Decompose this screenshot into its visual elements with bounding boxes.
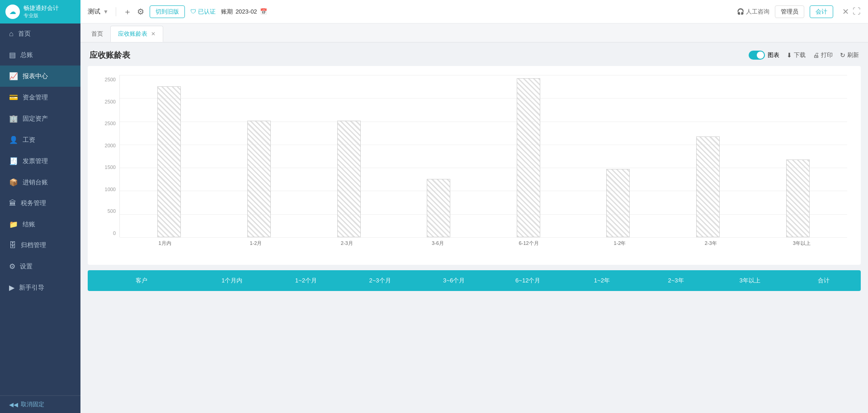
chart-grid <box>119 75 847 237</box>
tab-home[interactable]: 首页 <box>84 26 110 42</box>
period-label: 账期 <box>221 8 233 16</box>
sidebar-item-label: 进销台账 <box>23 178 48 187</box>
bar-6-12month <box>517 78 540 237</box>
gear-icon: ⚙ <box>137 7 144 17</box>
sidebar-item-fixed-assets[interactable]: 🏢 固定资产 <box>0 108 80 129</box>
bar-2-3year <box>696 136 720 237</box>
close-window-button[interactable]: ✕ <box>842 7 849 17</box>
tab-ar-aging[interactable]: 应收账龄表 ✕ <box>110 26 163 42</box>
consult-label: 人工咨询 <box>746 8 769 16</box>
toggle-switch[interactable] <box>749 51 765 60</box>
sidebar-item-tax[interactable]: 🏛 税务管理 <box>0 193 80 214</box>
bar-group-2-3year <box>663 75 753 237</box>
period-value: 2023-02 <box>236 8 257 15</box>
bar-group-3plus-year <box>753 75 843 237</box>
th-1-2month: 1~2个月 <box>269 270 343 291</box>
sidebar-item-fund[interactable]: 💳 资金管理 <box>0 87 80 108</box>
print-button[interactable]: 🖨 打印 <box>813 51 833 59</box>
refresh-button[interactable]: ↻ 刷新 <box>840 51 859 59</box>
refresh-icon: ↻ <box>840 52 845 59</box>
sidebar-item-settings[interactable]: ⚙ 设置 <box>0 256 80 277</box>
sidebar-item-archive[interactable]: 🗄 归档管理 <box>0 235 80 256</box>
bar-1-2year <box>606 169 630 237</box>
y-label-0: 0 <box>113 230 116 236</box>
sidebar-item-label: 发票管理 <box>23 157 48 165</box>
manager-button[interactable]: 管理员 <box>775 5 804 18</box>
unpin-icon: ◀◀ <box>9 401 18 408</box>
sidebar-item-reports[interactable]: 📈 报表中心 <box>0 66 80 87</box>
topbar-right: 🎧 人工咨询 管理员 会计 ✕ ⛶ <box>737 5 861 18</box>
th-3-6month: 3~6个月 <box>417 270 491 291</box>
grid-line-bottom <box>120 237 847 238</box>
download-label: 下载 <box>794 51 806 59</box>
sidebar-item-home[interactable]: ⌂ 首页 <box>0 23 80 44</box>
payroll-icon: 👤 <box>9 136 18 144</box>
page-header: 应收账龄表 图表 ⬇ 下载 🖨 打印 ↻ 刷新 <box>88 50 861 61</box>
sidebar-item-label: 资金管理 <box>23 94 48 102</box>
th-2-3month: 2~3个月 <box>343 270 417 291</box>
sidebar-item-sales-ledger[interactable]: 📦 进销台账 <box>0 172 80 193</box>
ar-aging-table: 客户 1个月内 1~2个月 2~3个月 3~6个月 6~12个月 1~2年 2~… <box>88 270 861 291</box>
bar-group-1month <box>124 75 214 237</box>
switch-version-button[interactable]: 切到旧版 <box>150 5 185 18</box>
sidebar-item-label: 税务管理 <box>21 199 46 207</box>
accountant-button[interactable]: 会计 <box>810 5 833 18</box>
sidebar-item-guide[interactable]: ▶ 新手引导 <box>0 277 80 298</box>
logo-icon: ☁ <box>5 5 20 19</box>
y-label-2000: 2000 <box>105 143 116 148</box>
refresh-label: 刷新 <box>847 51 859 59</box>
x-label-6-12month: 6-12个月 <box>483 237 574 247</box>
page-title: 应收账龄表 <box>90 50 130 61</box>
sidebar-item-label: 首页 <box>18 30 31 38</box>
tab-close-icon[interactable]: ✕ <box>151 31 156 37</box>
add-button[interactable]: ＋ <box>123 6 132 17</box>
y-label-1500: 1500 <box>105 164 116 170</box>
consult-button[interactable]: 🎧 人工咨询 <box>737 8 769 16</box>
y-label-500: 500 <box>108 208 116 214</box>
bar-group-2-3month <box>304 75 394 237</box>
sidebar-logo: ☁ 畅捷通好会计 专业版 <box>0 0 80 23</box>
chart-toggle[interactable]: 图表 <box>749 51 779 60</box>
topbar-settings-button[interactable]: ⚙ <box>137 7 144 17</box>
th-6-12month: 6~12个月 <box>491 270 565 291</box>
table-header: 客户 1个月内 1~2个月 2~3个月 3~6个月 6~12个月 1~2年 2~… <box>88 270 861 291</box>
bar-2-3month <box>337 121 361 237</box>
window-controls: ✕ ⛶ <box>842 7 861 17</box>
tab-home-label: 首页 <box>91 30 103 38</box>
download-button[interactable]: ⬇ 下载 <box>787 51 806 59</box>
ledger-icon: ▤ <box>9 51 16 59</box>
sidebar-item-invoice[interactable]: 🧾 发票管理 <box>0 150 80 172</box>
x-label-2-3year: 2-3年 <box>665 237 756 247</box>
cancel-fixed-button[interactable]: ◀◀ 取消固定 <box>0 395 80 413</box>
closing-icon: 📁 <box>9 220 18 229</box>
settings-icon: ⚙ <box>9 262 15 271</box>
download-icon: ⬇ <box>787 52 792 59</box>
accountant-label: 会计 <box>816 8 827 15</box>
th-1-2year: 1~2年 <box>565 270 639 291</box>
x-label-3plus-year: 3年以上 <box>756 237 847 247</box>
tabbar: 首页 应收账龄表 ✕ <box>80 23 868 42</box>
topbar-divider1 <box>116 7 116 16</box>
sidebar-item-general-ledger[interactable]: ▤ 总账 <box>0 44 80 66</box>
logo-line2: 专业版 <box>24 12 59 19</box>
bar-group-3-6month <box>394 75 484 237</box>
print-label: 打印 <box>821 51 833 59</box>
tax-icon: 🏛 <box>9 199 16 207</box>
th-3plus-year: 3年以上 <box>713 270 787 291</box>
sidebar-item-payroll[interactable]: 👤 工资 <box>0 129 80 150</box>
logo-line1: 畅捷通好会计 <box>24 5 59 12</box>
add-icon: ＋ <box>123 6 132 17</box>
workspace-selector[interactable]: 测试 ▼ <box>88 8 108 16</box>
workspace-chevron-icon: ▼ <box>103 9 108 15</box>
th-1month: 1个月内 <box>195 270 269 291</box>
sidebar-item-closing[interactable]: 📁 结账 <box>0 214 80 235</box>
bar-1month <box>157 86 181 237</box>
logo-text: 畅捷通好会计 专业版 <box>24 5 59 19</box>
invoice-icon: 🧾 <box>9 157 18 165</box>
chart-container: 2500 2500 2500 2000 1500 1000 500 0 <box>101 75 847 247</box>
expand-window-button[interactable]: ⛶ <box>853 7 861 16</box>
tab-ar-aging-label: 应收账龄表 <box>118 30 147 38</box>
certified-text: 已认证 <box>198 8 216 16</box>
bar-group-1-2year <box>573 75 663 237</box>
sidebar-item-label: 工资 <box>23 136 35 144</box>
